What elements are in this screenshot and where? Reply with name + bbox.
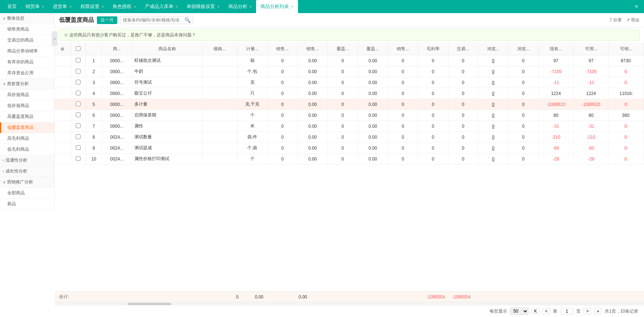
- close-finished-goods-tab[interactable]: ×: [176, 4, 178, 9]
- horizontal-scrollbar[interactable]: [55, 302, 644, 305]
- first-page-btn[interactable]: K: [531, 308, 539, 314]
- select-all-checkbox[interactable]: [76, 46, 80, 51]
- row-settings-0[interactable]: [55, 55, 71, 66]
- row-settings-7[interactable]: [55, 132, 71, 143]
- sidebar-item-in-stock[interactable]: 有库存的商品: [0, 57, 54, 68]
- col-browse1[interactable]: 浏览...: [478, 43, 508, 55]
- sidebar-item-category-rate[interactable]: 商品分类动销率: [0, 46, 54, 57]
- row-settings-5[interactable]: [55, 110, 71, 121]
- sidebar-item-low-margin[interactable]: 低毛利商品: [0, 144, 54, 155]
- settings-icon[interactable]: ⚙: [60, 47, 64, 52]
- next-page-btn[interactable]: >: [584, 308, 591, 314]
- row-settings-6[interactable]: [55, 121, 71, 132]
- col-browse2[interactable]: 浏览...: [508, 43, 538, 55]
- row-settings-3[interactable]: [55, 88, 71, 99]
- close-product-analysis-tab[interactable]: ×: [250, 4, 252, 9]
- close-all-tabs-btn[interactable]: ×: [632, 3, 641, 10]
- col-code[interactable]: 商...: [102, 43, 132, 55]
- row-browse1-5[interactable]: 0: [478, 110, 508, 121]
- row-settings-4[interactable]: [55, 99, 71, 110]
- sidebar-item-low-value[interactable]: 低价值商品: [0, 100, 54, 111]
- col-cov1[interactable]: 覆盖...: [327, 43, 358, 55]
- export-btn[interactable]: ↗ 导出: [626, 17, 640, 23]
- sidebar-group-liquidity[interactable]: › 流通性分析: [0, 155, 54, 166]
- nav-tab-permissions[interactable]: 权限设置 ×: [76, 0, 108, 13]
- sidebar-item-low-coverage[interactable]: 低覆盖度商品: [0, 122, 54, 133]
- nav-tab-purchase[interactable]: 进货单 ×: [48, 0, 76, 13]
- nav-tab-product-analysis[interactable]: 商品分析 ×: [224, 0, 256, 13]
- scrollbar-thumb[interactable]: [127, 303, 171, 305]
- row-checkbox-6[interactable]: [71, 121, 86, 132]
- row-checkbox-9[interactable]: [71, 154, 86, 165]
- row-browse1-1[interactable]: 0: [478, 66, 508, 77]
- row-settings-9[interactable]: [55, 154, 71, 165]
- col-stock2[interactable]: 可用...: [573, 43, 608, 55]
- row-browse1-3[interactable]: 0: [478, 88, 508, 99]
- row-checkbox-1[interactable]: [71, 66, 86, 77]
- col-unit[interactable]: 计量...: [237, 43, 267, 55]
- search-input[interactable]: [123, 17, 184, 23]
- sidebar-group-growth[interactable]: › 成长性分析: [0, 166, 54, 177]
- sidebar-item-traded-products[interactable]: 交易过的商品: [0, 35, 54, 46]
- row-checkbox-3[interactable]: [71, 88, 86, 99]
- sidebar-group-overview[interactable]: ∨ 整体信息: [0, 13, 54, 24]
- sidebar-item-all-products[interactable]: 全部商品: [0, 188, 54, 199]
- page-input[interactable]: [560, 308, 573, 314]
- close-template-tab[interactable]: ×: [217, 4, 219, 9]
- row-checkbox-5[interactable]: [71, 110, 86, 121]
- row-checkbox-2[interactable]: [71, 77, 86, 88]
- sidebar-group-category-analysis[interactable]: ∨ 类射度分析: [0, 79, 54, 90]
- sidebar-item-high-margin[interactable]: 高毛利商品: [0, 133, 54, 144]
- col-name[interactable]: 商品名称: [132, 43, 202, 55]
- sidebar-group-marketing[interactable]: ∨ 营销推广分析: [0, 177, 54, 188]
- nav-tab-home[interactable]: 首页: [3, 0, 21, 13]
- nav-tab-product-analysis-list[interactable]: 商品分析列表 ×: [256, 0, 298, 13]
- period-button[interactable]: 近一月: [97, 16, 117, 24]
- row-checkbox-4[interactable]: [71, 99, 86, 110]
- sidebar-collapse-btn[interactable]: «: [52, 31, 58, 46]
- sidebar-item-sales-products[interactable]: 销售类商品: [0, 24, 54, 35]
- last-page-btn[interactable]: »: [594, 308, 602, 314]
- table-container[interactable]: ⚙ 商... 商品名称 规格... 计量... 销售... 销售... 覆盖..…: [55, 43, 644, 291]
- row-browse1-9[interactable]: 0: [478, 154, 508, 165]
- col-sales3[interactable]: 销售...: [388, 43, 418, 55]
- row-browse1-2[interactable]: 0: [478, 77, 508, 88]
- sidebar-item-high-coverage[interactable]: 高覆盖度商品: [0, 111, 54, 122]
- row-checkbox-8[interactable]: [71, 143, 86, 154]
- col-sellable[interactable]: 可销...: [609, 43, 644, 55]
- col-margin[interactable]: 毛利率: [418, 43, 448, 55]
- search-icon[interactable]: 🔍: [184, 17, 191, 23]
- nav-tab-sales[interactable]: 销货单 ×: [21, 0, 48, 13]
- col-checkbox[interactable]: [71, 43, 86, 55]
- row-settings-1[interactable]: [55, 66, 71, 77]
- row-settings-2[interactable]: [55, 77, 71, 88]
- row-settings-8[interactable]: [55, 143, 71, 154]
- row-browse1-8[interactable]: 0: [478, 143, 508, 154]
- row-browse1-0[interactable]: 0: [478, 55, 508, 66]
- per-page-select[interactable]: 50 100 200: [510, 308, 529, 315]
- col-sales-qty[interactable]: 销售...: [267, 43, 298, 55]
- sidebar-item-new-products[interactable]: 新品: [0, 199, 54, 210]
- row-checkbox-7[interactable]: [71, 132, 86, 143]
- sidebar-item-stock-capital[interactable]: 库存资金占用: [0, 68, 54, 79]
- sidebar-item-high-value[interactable]: 高价值商品: [0, 90, 54, 100]
- row-browse1-6[interactable]: 0: [478, 121, 508, 132]
- close-permissions-tab[interactable]: ×: [102, 4, 104, 9]
- close-product-analysis-list-tab[interactable]: ×: [291, 4, 293, 9]
- close-roles-tab[interactable]: ×: [134, 4, 136, 9]
- col-cov2[interactable]: 覆盖...: [358, 43, 388, 55]
- col-stock1[interactable]: 现有...: [538, 43, 573, 55]
- close-purchase-tab[interactable]: ×: [69, 4, 71, 9]
- row-browse1-4[interactable]: 0: [478, 99, 508, 110]
- col-spec[interactable]: 规格...: [202, 43, 237, 55]
- nav-tab-roles[interactable]: 角色授权 ×: [108, 0, 140, 13]
- col-sales-amt[interactable]: 销售...: [298, 43, 328, 55]
- share-btn[interactable]: ⤴ 分享: [610, 17, 622, 23]
- nav-tab-template[interactable]: 单据模板设置 ×: [182, 0, 224, 13]
- nav-tab-finished-goods[interactable]: 产成品入库单 ×: [141, 0, 182, 13]
- close-sales-tab[interactable]: ×: [42, 4, 44, 9]
- row-browse1-7[interactable]: 0: [478, 132, 508, 143]
- col-trade[interactable]: 交易...: [448, 43, 478, 55]
- prev-page-btn[interactable]: <: [542, 308, 550, 314]
- row-checkbox-0[interactable]: [71, 55, 86, 66]
